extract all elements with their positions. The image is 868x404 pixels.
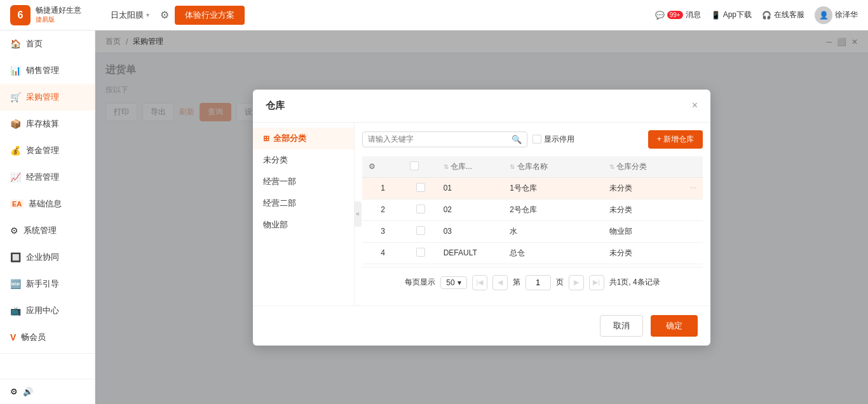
row-checkbox[interactable] <box>403 177 437 199</box>
category-dept2-label: 经营二部 <box>263 198 296 209</box>
confirm-button[interactable]: 确定 <box>651 315 698 337</box>
page-unit: 页 <box>556 277 564 288</box>
col-category-header[interactable]: ⇅ 仓库分类 <box>603 156 703 178</box>
row-checkbox[interactable] <box>403 242 437 264</box>
page-size-select[interactable]: 50 ▾ <box>440 276 466 289</box>
page-prev-button[interactable]: ◀ <box>492 275 508 290</box>
search-input[interactable] <box>368 135 512 144</box>
table-row[interactable]: 3 03 水 物业部 <box>362 220 703 242</box>
row-no: 4 <box>362 242 403 264</box>
row-no: 2 <box>362 199 403 220</box>
sidebar-item-operation[interactable]: 📈 经营管理 <box>0 164 95 191</box>
finance-icon: 💰 <box>10 145 21 156</box>
show-disabled-checkbox[interactable] <box>532 135 541 144</box>
chevron-down-icon: ▾ <box>146 11 149 18</box>
show-disabled-text: 显示停用 <box>544 134 574 145</box>
pagination: 每页显示 50 ▾ |◀ ◀ 第 页 ▶ ▶| 共 <box>362 267 703 298</box>
apps-icon: 📺 <box>10 306 21 316</box>
row-check-el[interactable] <box>416 205 425 213</box>
sidebar-label-guide: 新手引导 <box>26 278 59 290</box>
speaker-icon[interactable]: 🔊 <box>23 387 33 396</box>
operation-icon: 📈 <box>10 172 21 182</box>
row-category: 未分类 <box>603 199 703 220</box>
settings-icon[interactable]: ⚙ <box>10 387 18 396</box>
row-check-el[interactable] <box>416 226 425 235</box>
sidebar-label-purchase: 采购管理 <box>26 91 59 103</box>
row-name: 1号仓库 <box>503 177 603 199</box>
top-header: 6 畅捷通好生意 捷易版 日太阳膜 ▾ ⚙ 体验行业方案 💬 99+ 消息 📱 … <box>0 0 868 30</box>
user-action[interactable]: 👤 徐泽华 <box>815 6 858 24</box>
sidebar-item-apps[interactable]: 📺 应用中心 <box>0 297 95 324</box>
service-action[interactable]: 🎧 在线客服 <box>762 10 804 20</box>
sidebar-item-basic[interactable]: EA 基础信息 <box>0 191 95 217</box>
sidebar-label-sales: 销售管理 <box>26 65 59 76</box>
sidebar-label-apps: 应用中心 <box>26 305 59 316</box>
sidebar-item-purchase[interactable]: 🛒 采购管理 <box>0 84 95 111</box>
system-icon: ⚙ <box>10 226 18 236</box>
row-check-el[interactable] <box>416 183 425 192</box>
search-input-wrap[interactable]: 🔍 <box>362 131 527 147</box>
sidebar-item-enterprise[interactable]: 🔲 企业协同 <box>0 244 95 271</box>
dialog-close-button[interactable]: × <box>692 100 698 111</box>
logo-icon: 6 <box>10 5 31 25</box>
app-label: App下载 <box>723 10 752 20</box>
col-checkbox <box>403 156 437 178</box>
col-name-header[interactable]: ⇅ 仓库名称 <box>503 156 603 178</box>
col-gear: ⚙ <box>362 156 403 178</box>
category-all[interactable]: ⊞ 全部分类 <box>253 128 354 149</box>
collapse-button[interactable]: « <box>354 201 362 227</box>
sidebar-item-system[interactable]: ⚙ 系统管理 <box>0 217 95 244</box>
table-header: ⚙ ⇅ 仓库... <box>362 156 703 178</box>
home-icon: 🏠 <box>10 39 21 49</box>
sidebar-item-sales[interactable]: 📊 销售管理 <box>0 57 95 84</box>
table-panel: 🔍 显示停用 + 新增仓库 <box>355 123 710 306</box>
stock-icon: 📦 <box>10 119 21 129</box>
message-icon: 💬 <box>655 11 665 20</box>
row-checkbox[interactable] <box>403 199 437 220</box>
sidebar-item-home[interactable]: 🏠 首页 <box>0 30 95 57</box>
show-disabled-label[interactable]: 显示停用 <box>532 134 574 145</box>
dialog-body: « ⊞ 全部分类 未分类 经营一部 经营二部 <box>253 123 710 306</box>
store-selector[interactable]: 日太阳膜 ▾ <box>105 7 154 24</box>
message-action[interactable]: 💬 99+ 消息 <box>655 10 701 20</box>
cancel-button[interactable]: 取消 <box>600 315 643 337</box>
sidebar-item-stock[interactable]: 📦 库存核算 <box>0 111 95 137</box>
row-code: 01 <box>437 177 504 199</box>
category-property[interactable]: 物业部 <box>253 214 354 236</box>
table-row[interactable]: 4 DEFAULT 总仓 未分类 <box>362 242 703 264</box>
page-next-button[interactable]: ▶ <box>569 275 584 290</box>
sidebar-item-guide[interactable]: 🆕 新手引导 <box>0 271 95 297</box>
search-icon[interactable]: 🔍 <box>512 135 522 144</box>
row-no: 1 <box>362 177 403 199</box>
table-row[interactable]: 2 02 2号仓库 未分类 <box>362 199 703 220</box>
row-code: 03 <box>437 220 504 242</box>
add-warehouse-button[interactable]: + 新增仓库 <box>648 130 703 149</box>
category-uncategorized[interactable]: 未分类 <box>253 149 354 171</box>
sidebar-label-finance: 资金管理 <box>26 145 59 156</box>
sidebar-label-basic: 基础信息 <box>29 198 62 210</box>
sidebar-label-member: 畅会员 <box>21 332 46 343</box>
row-code: 02 <box>437 199 504 220</box>
gear-button[interactable]: ⚙ <box>154 5 175 25</box>
sidebar-item-member[interactable]: V 畅会员 <box>0 324 95 351</box>
page-input[interactable] <box>526 275 551 290</box>
table-row[interactable]: 1 01 1号仓库 未分类··· <box>362 177 703 199</box>
headset-icon: 🎧 <box>762 11 771 20</box>
category-dept1[interactable]: 经营一部 <box>253 171 354 192</box>
select-all-checkbox[interactable] <box>410 161 419 170</box>
row-checkbox[interactable] <box>403 220 437 242</box>
main-layout: 🏠 首页 📊 销售管理 🛒 采购管理 📦 库存核算 💰 资金管理 📈 经营管理 … <box>0 30 868 404</box>
row-actions-icon[interactable]: ··· <box>690 183 696 192</box>
sidebar-item-finance[interactable]: 💰 资金管理 <box>0 137 95 164</box>
sort-icon-name: ⇅ <box>510 163 515 170</box>
app-download-action[interactable]: 📱 App下载 <box>711 10 752 20</box>
try-industry-button[interactable]: 体验行业方案 <box>175 6 245 25</box>
content-area: 首页 / 采购管理 ─ ⬜ ✕ 进货单 按以下 打印 导出 刷新 查询 设置 <box>95 30 868 404</box>
page-last-button[interactable]: ▶| <box>589 275 604 290</box>
logo-text: 畅捷通好生意 <box>36 6 81 16</box>
col-code-header[interactable]: ⇅ 仓库... <box>437 156 504 178</box>
row-check-el[interactable] <box>416 248 425 257</box>
page-first-button[interactable]: |◀ <box>472 275 487 290</box>
table-container: ⚙ ⇅ 仓库... <box>362 156 703 264</box>
category-dept2[interactable]: 经营二部 <box>253 192 354 214</box>
